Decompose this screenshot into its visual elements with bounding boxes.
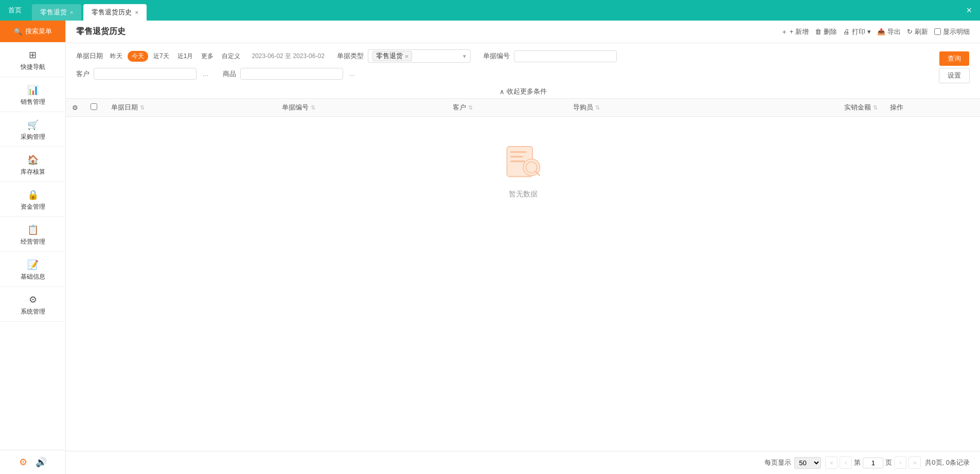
- query-button[interactable]: 查询: [939, 51, 969, 66]
- new-button[interactable]: ＋ + 新增: [781, 27, 809, 37]
- th-action: 操作: [884, 99, 980, 117]
- doc-type-filter: 单据类型 零售退货 × ▾: [337, 49, 471, 63]
- sidebar-item-sales-label: 销售管理: [21, 98, 45, 106]
- page-header: 零售退货历史 ＋ + 新增 🗑 删除 🖨 打印 ▾ 📤 导出: [66, 21, 980, 43]
- collapse-icon: ∧: [500, 88, 505, 96]
- content-area: 零售退货历史 ＋ + 新增 🗑 删除 🖨 打印 ▾ 📤 导出: [66, 21, 980, 474]
- new-label: + 新增: [790, 27, 809, 37]
- doc-type-select[interactable]: 零售退货 × ▾: [368, 49, 471, 63]
- sidebar-item-quick-nav[interactable]: ⊞ 快捷导航: [0, 42, 65, 77]
- goods-picker-icon[interactable]: ...: [347, 70, 357, 78]
- sidebar-item-basic[interactable]: 📝 基础信息: [0, 252, 65, 287]
- query-set-group: 查询 设置: [939, 49, 970, 83]
- settings-gear-icon[interactable]: ⚙: [19, 457, 27, 468]
- sidebar-item-purchase[interactable]: 🛒 采购管理: [0, 112, 65, 147]
- th-doc-no-sort-icon[interactable]: ⇅: [311, 104, 315, 111]
- per-page-group: 每页显示 50 100 200: [764, 457, 821, 469]
- filter-row-1: 单据日期 昨天 今天 近7天 近1月 更多 自定义 2023-06-02 至 2…: [76, 49, 931, 63]
- sidebar-item-inventory[interactable]: 🏠 库存核算: [0, 147, 65, 182]
- last-page-button[interactable]: »: [908, 457, 921, 469]
- date-range-value: 2023-06-02 至 2023-06-02: [252, 52, 324, 61]
- sidebar-item-finance[interactable]: 🔒 资金管理: [0, 182, 65, 217]
- select-all-checkbox[interactable]: [91, 103, 97, 110]
- date-opt-yesterday[interactable]: 昨天: [107, 51, 126, 62]
- collapse-bar[interactable]: ∧ 收起更多条件: [76, 85, 970, 98]
- delete-icon: 🗑: [815, 28, 822, 35]
- doc-type-label: 单据类型: [337, 51, 364, 61]
- customer-input[interactable]: [94, 68, 197, 80]
- home-tab[interactable]: 首页: [0, 0, 30, 21]
- refresh-icon: ↻: [907, 28, 913, 35]
- sidebar-item-sales[interactable]: 📊 销售管理: [0, 77, 65, 112]
- date-opt-today[interactable]: 今天: [128, 51, 148, 62]
- th-customer: 客户 ⇅: [447, 99, 567, 117]
- show-detail-toggle[interactable]: 显示明细: [934, 27, 970, 37]
- show-detail-label: 显示明细: [943, 27, 970, 37]
- show-detail-checkbox[interactable]: [934, 28, 941, 35]
- table-area: ⚙ 单据日期 ⇅ 单据编号 ⇅: [66, 99, 980, 474]
- page-total-label: 共0页, 0条记录: [925, 458, 970, 467]
- date-options: 昨天 今天 近7天 近1月 更多 自定义: [107, 51, 243, 62]
- tab-retail-return-close[interactable]: ×: [70, 9, 73, 15]
- window-close-button[interactable]: ×: [958, 0, 980, 21]
- set-button[interactable]: 设置: [939, 68, 970, 83]
- th-settings[interactable]: ⚙: [66, 99, 84, 117]
- topbar: 首页 零售退货 × 零售退货历史 × ×: [0, 0, 980, 21]
- print-label: 打印: [852, 27, 865, 37]
- sidebar-item-system[interactable]: ⚙ 系统管理: [0, 287, 65, 322]
- export-icon: 📤: [877, 28, 885, 35]
- delete-button[interactable]: 🗑 删除: [815, 27, 837, 37]
- th-amount-sort-icon[interactable]: ⇅: [873, 104, 878, 111]
- tabs-container: 零售退货 × 零售退货历史 ×: [30, 0, 958, 21]
- column-settings-icon[interactable]: ⚙: [72, 104, 78, 112]
- collapse-label: 收起更多条件: [507, 87, 547, 96]
- sidebar-item-operations[interactable]: 📋 经营管理: [0, 217, 65, 252]
- sidebar-item-system-label: 系统管理: [21, 307, 45, 316]
- refresh-button[interactable]: ↻ 刷新: [907, 27, 928, 37]
- th-action-label: 操作: [890, 103, 903, 111]
- tab-retail-return-history-close[interactable]: ×: [135, 9, 138, 15]
- search-menu-button[interactable]: 🔍 搜索菜单: [0, 21, 65, 42]
- th-doc-no: 单据编号 ⇅: [276, 99, 447, 117]
- doc-no-filter: 单据编号: [483, 50, 617, 62]
- doc-no-input[interactable]: [514, 50, 617, 62]
- doc-type-arrow-icon: ▾: [463, 53, 466, 60]
- sidebar-item-basic-label: 基础信息: [21, 272, 45, 281]
- svg-rect-1: [510, 151, 526, 153]
- th-date-label: 单据日期: [111, 103, 138, 111]
- th-customer-sort-icon[interactable]: ⇅: [468, 104, 473, 111]
- export-label: 导出: [887, 27, 901, 37]
- date-opt-7days[interactable]: 近7天: [150, 51, 172, 62]
- date-opt-more[interactable]: 更多: [198, 51, 217, 62]
- th-guide-sort-icon[interactable]: ⇅: [595, 104, 600, 111]
- doc-type-tag-remove[interactable]: ×: [405, 52, 409, 60]
- th-date-sort-icon[interactable]: ⇅: [140, 104, 145, 111]
- per-page-select[interactable]: 50 100 200: [794, 457, 821, 469]
- tab-retail-return[interactable]: 零售退货 ×: [32, 4, 81, 21]
- date-opt-1month[interactable]: 近1月: [174, 51, 197, 62]
- prev-page-button[interactable]: ‹: [840, 457, 852, 469]
- tab-retail-return-history[interactable]: 零售退货历史 ×: [83, 4, 146, 21]
- export-button[interactable]: 📤 导出: [877, 27, 901, 37]
- goods-input[interactable]: [240, 68, 343, 80]
- print-button[interactable]: 🖨 打印 ▾: [843, 27, 871, 37]
- date-opt-custom[interactable]: 自定义: [219, 51, 243, 62]
- page-number-input[interactable]: 1: [863, 458, 883, 468]
- main-layout: 🔍 搜索菜单 ⊞ 快捷导航 📊 销售管理 🛒 采购管理 🏠 库存核算 🔒 资金管…: [0, 21, 980, 474]
- volume-icon[interactable]: 🔊: [35, 457, 47, 468]
- next-page-button[interactable]: ›: [894, 457, 906, 469]
- first-page-button[interactable]: «: [825, 457, 838, 469]
- filter-area: 单据日期 昨天 今天 近7天 近1月 更多 自定义 2023-06-02 至 2…: [66, 43, 980, 99]
- svg-rect-3: [510, 160, 525, 162]
- system-icon: ⚙: [29, 294, 37, 305]
- th-checkbox[interactable]: [84, 99, 105, 117]
- sidebar-item-operations-label: 经营管理: [21, 238, 45, 246]
- th-guide-label: 导购员: [573, 103, 593, 111]
- tab-retail-return-history-label: 零售退货历史: [92, 8, 132, 17]
- customer-picker-icon[interactable]: ...: [201, 70, 210, 78]
- quick-nav-icon: ⊞: [29, 49, 37, 61]
- date-filter: 单据日期 昨天 今天 近7天 近1月 更多 自定义 2023-06-02 至 2…: [76, 51, 325, 62]
- purchase-icon: 🛒: [27, 119, 39, 131]
- filter-row-2: 客户 ... 商品 ...: [76, 68, 931, 80]
- basic-icon: 📝: [27, 259, 39, 270]
